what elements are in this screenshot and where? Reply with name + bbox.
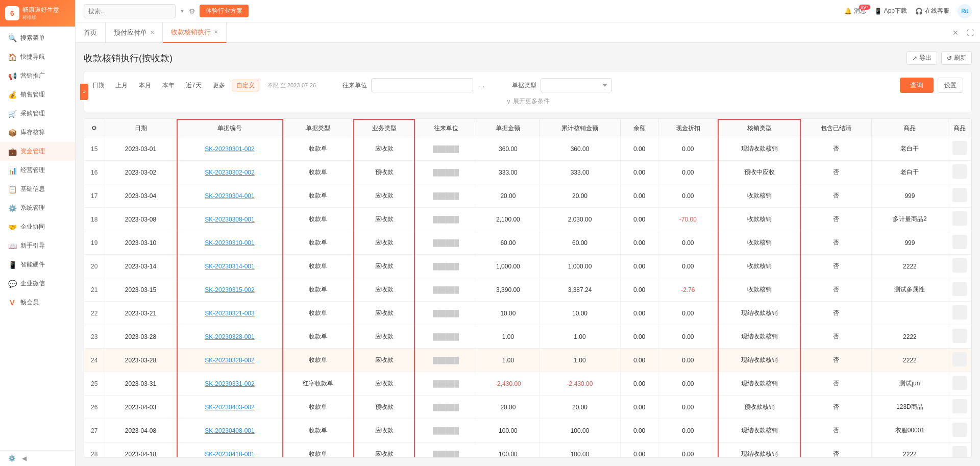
date-range-text: 不限 至 2023-07-26 <box>267 82 316 89</box>
date-btn-this-year[interactable]: 本年 <box>158 80 179 91</box>
voucher-link[interactable]: SK-20230321-003 <box>205 310 254 317</box>
date-btn-more[interactable]: 更多 <box>208 80 230 91</box>
voucher-link[interactable]: SK-20230315-002 <box>205 286 254 293</box>
voucher-link[interactable]: SK-20230308-001 <box>205 216 254 223</box>
table-row: 21 2023-03-15 SK-20230315-002 收款单 应收款 ██… <box>84 278 971 302</box>
row-cancel-type: 现结收款核销 <box>718 137 800 161</box>
industry-solution-button[interactable]: 体验行业方案 <box>200 5 249 17</box>
table-row: 17 2023-03-04 SK-20230304-001 收款单 应收款 ██… <box>84 184 971 208</box>
sidebar-item-hardware[interactable]: 📱 智能硬件 <box>0 255 75 274</box>
messages-button[interactable]: 🔔 消息 99+ <box>844 7 866 15</box>
voucher-link[interactable]: SK-20230418-001 <box>205 451 254 458</box>
filter-collapse-button[interactable]: » <box>80 84 88 100</box>
date-btn-custom[interactable]: 自定义 <box>232 80 259 91</box>
topbar-left: ▼ ⚙ 体验行业方案 <box>84 4 838 18</box>
sidebar-item-member[interactable]: V 畅会员 <box>0 293 75 312</box>
sidebar-item-finance[interactable]: 💼 资金管理 <box>0 142 75 161</box>
close-tab-icon[interactable]: ✕ <box>950 29 961 37</box>
voucher-type-select[interactable] <box>541 78 612 92</box>
row-voucher-no: SK-20230314-001 <box>177 255 283 278</box>
sidebar-item-system[interactable]: ⚙️ 系统管理 <box>0 199 75 217</box>
row-balance: 0.00 <box>621 302 658 325</box>
table-row: 25 2023-03-31 SK-20230331-002 红字收款单 应收款 … <box>84 372 971 396</box>
sidebar-item-search[interactable]: 🔍 搜索菜单 <box>0 29 75 47</box>
row-cum-amount: 20.00 <box>539 184 621 208</box>
sidebar: 6 畅康道好生意 标推版 🔍 搜索菜单 🏠 快捷导航 📢 营销推广 💰 销售管理… <box>0 0 76 466</box>
tab-home[interactable]: 首页 <box>76 22 106 43</box>
row-include-settled: 否 <box>800 372 871 396</box>
row-amount: 333.00 <box>477 161 539 184</box>
sidebar-item-guide[interactable]: 📖 新手引导 <box>0 236 75 255</box>
date-btn-this-month[interactable]: 本月 <box>134 80 156 91</box>
row-amount: 10.00 <box>477 302 539 325</box>
row-date: 2023-03-10 <box>105 231 177 255</box>
row-balance: 0.00 <box>621 137 658 161</box>
row-voucher-type: 收款单 <box>283 302 354 325</box>
voucher-link[interactable]: SK-20230328-002 <box>205 357 254 364</box>
col-amount: 单据金额 <box>477 119 539 137</box>
row-biz-type: 应收款 <box>354 137 414 161</box>
row-biz-type: 应收款 <box>354 208 414 231</box>
sidebar-item-sales[interactable]: 💰 销售管理 <box>0 85 75 104</box>
user-avatar[interactable]: Rit <box>958 4 972 18</box>
tab-bar: 首页 预付应付单 ✕ 收款核销执行 ✕ ✕ ⛶ <box>76 22 980 43</box>
col-date: 日期 <box>105 119 177 137</box>
sidebar-item-basic[interactable]: 📋 基础信息 <box>0 180 75 199</box>
col-biz-type: 业务类型 <box>354 119 414 137</box>
export-button[interactable]: ↗ 导出 <box>906 51 937 65</box>
row-amount: 60.00 <box>477 231 539 255</box>
col-setting[interactable]: ⚙ <box>84 119 105 137</box>
voucher-link[interactable]: SK-20230310-001 <box>205 239 254 247</box>
query-button[interactable]: 查询 <box>900 78 934 93</box>
row-goods: 多计量商品2 <box>871 208 948 231</box>
row-include-settled: 否 <box>800 137 871 161</box>
sidebar-item-wechat[interactable]: 💬 企业微信 <box>0 274 75 293</box>
row-cancel-type: 预收款核销 <box>718 396 800 419</box>
row-goods-img <box>948 208 971 231</box>
row-goods-img <box>948 161 971 184</box>
sidebar-item-marketing[interactable]: 📢 营销推广 <box>0 66 75 85</box>
date-btn-7days[interactable]: 近7天 <box>181 80 206 91</box>
topbar-right: 🔔 消息 99+ 📱 App下载 🎧 在线客服 Rit <box>844 4 972 18</box>
sidebar-item-corp[interactable]: 🤝 企业协同 <box>0 217 75 236</box>
refresh-button[interactable]: ↺ 刷新 <box>941 51 972 65</box>
sidebar-nav: 🔍 搜索菜单 🏠 快捷导航 📢 营销推广 💰 销售管理 🛒 采购管理 📦 库存核… <box>0 27 75 450</box>
tab-close-prepay[interactable]: ✕ <box>150 30 154 35</box>
row-amount: 20.00 <box>477 184 539 208</box>
setting-button[interactable]: 设置 <box>938 78 963 93</box>
voucher-link[interactable]: SK-20230302-002 <box>205 169 254 176</box>
voucher-link[interactable]: SK-20230301-002 <box>205 145 254 153</box>
topbar-search[interactable] <box>84 4 176 18</box>
expand-more-button[interactable]: ∨ 展开更多条件 <box>92 97 963 106</box>
collapse-icon[interactable]: ◀ <box>22 455 27 462</box>
row-partner: ██████ <box>414 208 477 231</box>
maximize-tab-icon[interactable]: ⛶ <box>965 29 976 37</box>
voucher-link[interactable]: SK-20230331-002 <box>205 380 254 387</box>
tab-prepay[interactable]: 预付应付单 ✕ <box>106 22 163 43</box>
voucher-link[interactable]: SK-20230403-002 <box>205 404 254 411</box>
voucher-link[interactable]: SK-20230314-001 <box>205 263 254 270</box>
date-btn-last-month[interactable]: 上月 <box>111 80 132 91</box>
voucher-link[interactable]: SK-20230408-001 <box>205 427 254 434</box>
settings-icon[interactable]: ⚙️ <box>8 455 16 462</box>
voucher-link[interactable]: SK-20230328-001 <box>205 333 254 340</box>
row-no: 25 <box>84 372 105 396</box>
row-no: 18 <box>84 208 105 231</box>
sidebar-item-quick[interactable]: 🏠 快捷导航 <box>0 47 75 66</box>
row-cancel-type: 现结收款核销 <box>718 325 800 349</box>
sidebar-item-inventory[interactable]: 📦 库存核算 <box>0 123 75 142</box>
online-service-button[interactable]: 🎧 在线客服 <box>915 7 949 15</box>
row-partner: ██████ <box>414 231 477 255</box>
topbar-gear-icon[interactable]: ⚙ <box>189 7 195 15</box>
row-goods-img <box>948 325 971 349</box>
row-no: 24 <box>84 349 105 372</box>
app-download-button[interactable]: 📱 App下载 <box>874 7 907 15</box>
tab-close-receipt[interactable]: ✕ <box>214 29 218 35</box>
voucher-link[interactable]: SK-20230304-001 <box>205 192 254 200</box>
logo-text: 畅康道好生意 标推版 <box>22 6 59 21</box>
row-amount: 2,100.00 <box>477 208 539 231</box>
tab-receipt[interactable]: 收款核销执行 ✕ <box>163 22 227 43</box>
sidebar-item-operation[interactable]: 📊 经营管理 <box>0 161 75 180</box>
sidebar-item-purchase[interactable]: 🛒 采购管理 <box>0 104 75 123</box>
partner-input[interactable] <box>371 78 473 92</box>
